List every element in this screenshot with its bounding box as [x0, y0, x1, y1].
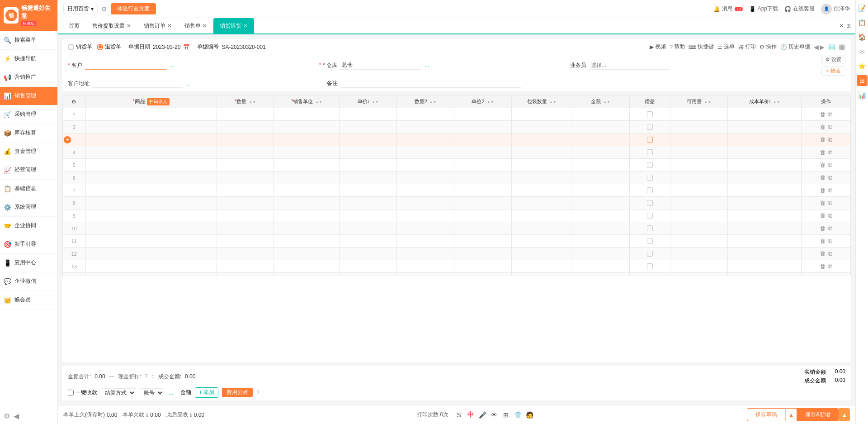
unit-sort-icon[interactable]: ▲▼ — [315, 100, 322, 104]
delete-icon[interactable]: 🗑 — [820, 263, 826, 270]
gift-checkbox[interactable] — [647, 225, 653, 231]
right-panel-star-icon[interactable]: ⭐ — [857, 61, 868, 71]
row-cost-price[interactable] — [728, 108, 802, 121]
copy-icon[interactable]: ⧉ — [828, 238, 832, 245]
customer-addr-dots-button[interactable]: ... — [186, 81, 191, 87]
row-price[interactable] — [340, 108, 397, 121]
delete-icon[interactable]: 🗑 — [820, 149, 826, 156]
copy-icon[interactable]: ⧉ — [828, 136, 832, 143]
sidebar-item-weixin[interactable]: 💬 企业微信 — [0, 272, 57, 291]
bottom-icon-eye[interactable]: 👁 — [489, 410, 499, 420]
settings-button[interactable]: ⚙ 设置 — [821, 55, 845, 64]
add-row-button[interactable]: + — [64, 136, 71, 143]
copy-icon[interactable]: ⧉ — [828, 111, 832, 118]
row-unit2[interactable] — [454, 133, 512, 146]
gift-checkbox[interactable] — [647, 137, 653, 143]
gift-checkbox[interactable] — [647, 263, 653, 269]
radio-delivery[interactable]: 销货单 — [68, 43, 92, 51]
row-qty2[interactable] — [397, 121, 454, 133]
gift-checkbox[interactable] — [647, 187, 653, 193]
cost-sort-icon[interactable]: ▲▼ — [773, 100, 780, 104]
video-action[interactable]: ▶ 视频 — [650, 43, 666, 51]
delete-icon[interactable]: 🗑 — [820, 238, 826, 245]
cost-allocation-button[interactable]: 费用分摊 — [222, 388, 253, 397]
sidebar-item-inventory[interactable]: 📦 库存核算 — [0, 124, 57, 143]
qty2-sort-icon[interactable]: ▲▼ — [429, 100, 437, 104]
delete-icon[interactable]: 🗑 — [820, 225, 826, 232]
gift-checkbox[interactable] — [647, 213, 653, 219]
delete-icon[interactable]: 🗑 — [820, 250, 826, 257]
tab-sales-order-close[interactable]: ✕ — [167, 23, 172, 29]
gift-checkbox[interactable] — [647, 238, 653, 244]
qty-sort-icon[interactable]: ▲▼ — [249, 100, 256, 104]
copy-icon[interactable]: ⧉ — [828, 162, 832, 169]
sidebar-item-marketing[interactable]: 📢 营销推广 — [0, 68, 57, 87]
tabs-menu-icon[interactable]: ⊞ — [846, 23, 851, 29]
row-qty2[interactable] — [397, 133, 454, 146]
delete-icon[interactable]: 🗑 — [820, 136, 826, 143]
save-draft-button[interactable]: 保存草稿 — [747, 408, 785, 421]
row-price[interactable] — [340, 133, 397, 146]
row-price[interactable] — [340, 121, 397, 133]
copy-icon[interactable]: ⧉ — [828, 225, 832, 232]
tab-price-settings[interactable]: 售价提取设置 ✕ — [86, 18, 137, 34]
gift-checkbox[interactable] — [647, 200, 653, 206]
print-action[interactable]: 🖨 打印 — [738, 43, 756, 51]
copy-icon[interactable]: ⧉ — [828, 276, 832, 276]
sidebar-item-enterprise[interactable]: 🤝 企业协同 — [0, 217, 57, 235]
one-key-checkbox-input[interactable] — [68, 390, 74, 395]
price-sort-icon[interactable]: ▲▼ — [372, 100, 379, 104]
salesperson-input[interactable] — [589, 61, 670, 70]
radio-return[interactable]: 退货单 — [97, 43, 121, 51]
view-detail-icon[interactable]: ▦ — [839, 43, 845, 51]
module-select[interactable]: 日用百货 ▾ — [63, 4, 98, 14]
row-available[interactable] — [670, 121, 728, 133]
sidebar-settings-button[interactable]: ⚙ — [4, 412, 10, 420]
copy-icon[interactable]: ⧉ — [828, 250, 832, 257]
tab-sales-return[interactable]: 销货退货 ✕ — [213, 18, 254, 34]
bottom-icon-mic[interactable]: 🎤 — [477, 410, 487, 420]
row-amount[interactable] — [572, 133, 629, 146]
sidebar-item-sales[interactable]: 📊 销售管理 — [0, 87, 57, 105]
delete-icon[interactable]: 🗑 — [820, 212, 826, 219]
select-action[interactable]: ☰ 选单 — [717, 43, 735, 51]
row-qty[interactable] — [217, 133, 274, 146]
tab-sales-order[interactable]: 销售订单 ✕ — [137, 18, 178, 34]
save-new-arrow-button[interactable]: ▲ — [839, 408, 850, 421]
row-goods[interactable] — [85, 108, 217, 121]
warehouse-dots-button[interactable]: ... — [425, 62, 429, 68]
row-qty2[interactable] — [397, 108, 454, 121]
save-new-button[interactable]: 保存&新增 — [797, 408, 839, 421]
amount-sort-icon[interactable]: ▲▼ — [603, 100, 610, 104]
row-gift[interactable] — [629, 121, 670, 133]
row-gift[interactable] — [629, 133, 670, 146]
row-unit2[interactable] — [454, 108, 512, 121]
sidebar-item-newbie[interactable]: 🎯 新手引导 — [0, 235, 57, 254]
row-qty[interactable] — [217, 121, 274, 133]
row-cost-price[interactable] — [728, 121, 802, 133]
copy-icon[interactable]: ⧉ — [828, 187, 832, 194]
copy-icon[interactable]: ⧉ — [828, 200, 832, 207]
sidebar-item-shortcut[interactable]: ⚡ 快捷导航 — [0, 50, 57, 68]
right-panel-list-icon[interactable]: 📋 — [857, 17, 868, 28]
delete-icon[interactable]: 🗑 — [820, 111, 826, 118]
view-list-icon[interactable]: ▤ — [828, 43, 835, 51]
right-panel-home-icon[interactable]: 🏠 — [857, 32, 868, 43]
bottom-icon-grid[interactable]: ⊞ — [501, 410, 511, 420]
row-available[interactable] — [670, 133, 728, 146]
items-table-scroll[interactable]: ⚙ *商品 扫码录入 *数量 ▲▼ *销售单位 — [62, 95, 851, 276]
right-panel-mail-icon[interactable]: ✉ — [857, 46, 868, 57]
pack-sort-icon[interactable]: ▲▼ — [549, 100, 557, 104]
sidebar-item-system[interactable]: ⚙️ 系统管理 — [0, 198, 57, 217]
shortcuts-action[interactable]: ⌨ 快捷键 — [689, 43, 714, 51]
nav-next-button[interactable]: ▶ — [820, 43, 825, 51]
right-panel-note-icon[interactable]: 📝 — [857, 3, 868, 14]
help-action[interactable]: ? 帮助 — [670, 43, 685, 51]
copy-icon[interactable]: ⧉ — [828, 149, 832, 156]
tab-sales-delivery[interactable]: 销售单 ✕ — [178, 18, 213, 34]
bottom-icon-man[interactable]: 🧑 — [524, 410, 534, 420]
copy-icon[interactable]: ⧉ — [828, 263, 832, 270]
try-plan-button[interactable]: 体验行业方案 — [111, 3, 156, 14]
gift-checkbox[interactable] — [647, 149, 653, 155]
app-download-button[interactable]: 📱 App下载 — [749, 5, 778, 13]
